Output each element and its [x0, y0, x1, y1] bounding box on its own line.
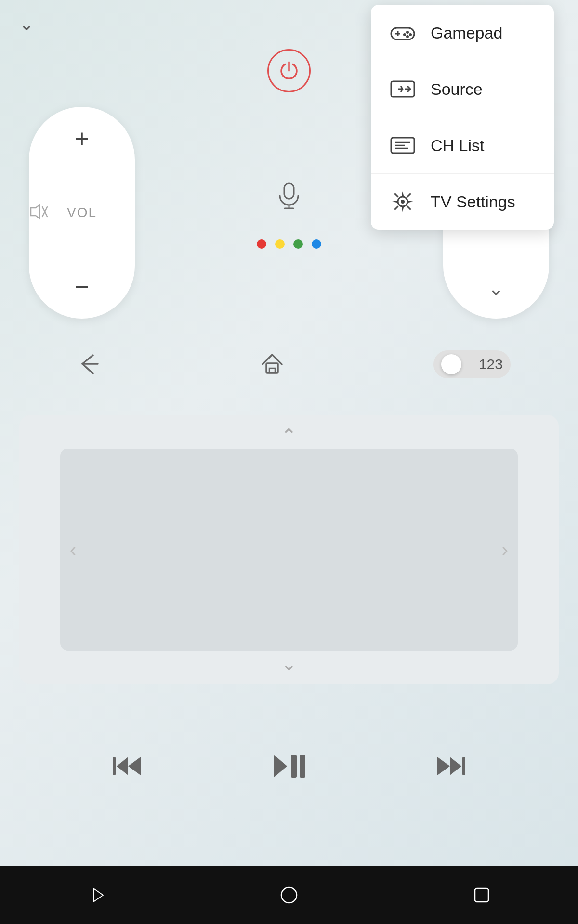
ch-list-label: CH List — [431, 136, 484, 155]
svg-rect-31 — [291, 755, 297, 778]
source-label: Source — [431, 80, 483, 99]
menu-item-source[interactable]: Source — [371, 61, 554, 117]
toggle-label: 123 — [479, 356, 503, 372]
svg-marker-30 — [274, 755, 287, 778]
volume-down-button[interactable]: − — [75, 274, 89, 299]
touchpad-area[interactable]: ⌃ ‹ › ⌄ — [19, 415, 559, 684]
color-dots — [257, 239, 321, 249]
touchpad-left-arrow[interactable]: ‹ — [70, 539, 76, 561]
power-button[interactable] — [267, 49, 311, 92]
touchpad-down-arrow[interactable]: ⌄ — [281, 653, 297, 675]
svg-marker-36 — [93, 888, 103, 902]
green-dot[interactable] — [293, 239, 303, 249]
android-back-button[interactable] — [82, 881, 111, 910]
svg-point-14 — [401, 200, 405, 204]
number-toggle[interactable]: 123 — [434, 350, 511, 378]
yellow-dot[interactable] — [275, 239, 285, 249]
menu-item-gamepad[interactable]: Gamepad — [371, 5, 554, 61]
fast-forward-button[interactable] — [425, 747, 473, 785]
tv-settings-icon — [388, 187, 417, 216]
collapse-button[interactable]: ⌄ — [19, 14, 34, 35]
rewind-button[interactable] — [105, 747, 153, 785]
svg-rect-35 — [462, 757, 465, 775]
tv-settings-label: TV Settings — [431, 192, 515, 211]
source-icon — [388, 75, 417, 103]
volume-up-button[interactable]: + — [75, 126, 89, 151]
menu-item-ch-list[interactable]: CH List — [371, 117, 554, 174]
play-pause-button[interactable] — [265, 747, 313, 785]
svg-point-3 — [406, 31, 409, 34]
touchpad-up-arrow[interactable]: ⌃ — [281, 424, 297, 447]
gamepad-label: Gamepad — [431, 24, 502, 42]
nav-row: 123 — [29, 328, 549, 400]
svg-marker-27 — [128, 757, 141, 775]
android-nav-bar — [0, 866, 578, 924]
svg-rect-38 — [475, 888, 488, 902]
svg-point-5 — [403, 33, 406, 36]
svg-marker-33 — [437, 757, 450, 775]
svg-rect-32 — [300, 755, 305, 778]
svg-marker-15 — [31, 205, 39, 218]
touchpad-inner[interactable]: ‹ › — [60, 449, 518, 651]
mic-button[interactable] — [270, 177, 308, 215]
red-dot[interactable] — [257, 239, 266, 249]
vol-label: VOL — [67, 205, 97, 220]
blue-dot[interactable] — [312, 239, 321, 249]
back-button[interactable] — [67, 343, 111, 386]
svg-point-6 — [406, 35, 409, 38]
media-controls — [0, 737, 578, 795]
ch-list-icon — [388, 131, 417, 160]
toggle-circle — [441, 354, 461, 374]
channel-down-button[interactable]: ⌄ — [488, 277, 504, 299]
svg-point-4 — [409, 33, 412, 36]
svg-point-37 — [281, 887, 297, 903]
mute-button[interactable] — [29, 203, 48, 220]
center-controls — [257, 177, 321, 249]
android-home-button[interactable] — [275, 881, 303, 910]
android-recents-button[interactable] — [467, 881, 496, 910]
svg-rect-18 — [284, 183, 294, 199]
home-button[interactable] — [250, 343, 294, 386]
menu-item-tv-settings[interactable]: TV Settings — [371, 174, 554, 230]
touchpad-right-arrow[interactable]: › — [502, 539, 508, 561]
gamepad-icon — [388, 18, 417, 47]
svg-marker-28 — [117, 757, 128, 775]
svg-marker-34 — [450, 757, 461, 775]
svg-rect-29 — [113, 757, 116, 775]
dropdown-menu: Gamepad Source CH List — [371, 5, 554, 230]
